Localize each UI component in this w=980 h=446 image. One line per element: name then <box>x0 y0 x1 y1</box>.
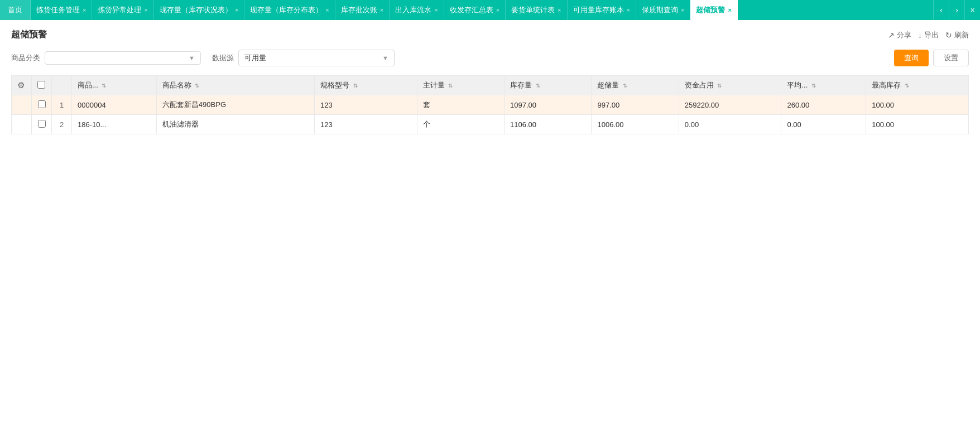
nav-overstock-warning-label: 超储预警 <box>696 5 725 15</box>
close-recv-send-icon[interactable]: × <box>496 7 499 13</box>
row-stock-qty-1: 1106.00 <box>505 115 592 134</box>
table-header: ⚙ 商品... ⇅ 商品名称 ⇅ 规格型号 ⇅ <box>12 76 969 95</box>
share-label: 分享 <box>897 30 911 40</box>
datasource-select[interactable]: 可用量 ▼ <box>238 50 395 66</box>
row-capital-used-0: 259220.00 <box>679 95 781 115</box>
settings-button[interactable]: 设置 <box>933 50 969 66</box>
table-header-row: ⚙ 商品... ⇅ 商品名称 ⇅ 规格型号 ⇅ <box>12 76 969 95</box>
close-pick-task-icon[interactable]: × <box>83 7 86 13</box>
close-expiry-query-icon[interactable]: × <box>681 7 684 13</box>
nav-item-order-stats[interactable]: 要货单统计表 × <box>506 0 567 20</box>
sort-product-name-icon: ⇅ <box>195 83 199 89</box>
export-button[interactable]: ↓ 导出 <box>918 30 939 40</box>
close-overstock-warning-icon[interactable]: × <box>728 7 731 13</box>
col-capital-used-header[interactable]: 资金占用 ⇅ <box>679 76 781 95</box>
nav-order-stats-label: 要货单统计表 <box>511 5 555 15</box>
col-product-code-header[interactable]: 商品... ⇅ <box>72 76 157 95</box>
col-spec-label: 规格型号 <box>320 81 349 89</box>
category-select[interactable]: ▼ <box>45 51 201 65</box>
row-overstock-qty-1: 1006.00 <box>592 115 679 134</box>
col-overstock-qty-label: 超储量 <box>597 81 619 89</box>
page-header: 超储预警 ↗ 分享 ↓ 导出 ↻ 刷新 <box>11 29 969 41</box>
close-stock-status-icon[interactable]: × <box>235 7 238 13</box>
close-pick-exception-icon[interactable]: × <box>144 7 147 13</box>
nav-item-home[interactable]: 首页 <box>0 0 31 20</box>
col-rownum-header <box>52 76 72 95</box>
nav-item-expiry-query[interactable]: 保质期查询 × <box>636 0 690 20</box>
col-capital-used-label: 资金占用 <box>685 81 714 89</box>
col-unit-header[interactable]: 主计量 ⇅ <box>417 76 504 95</box>
nav-item-stock-dist[interactable]: 现存量（库存分布表） × <box>244 0 335 20</box>
row-settings-0 <box>12 95 32 115</box>
nav-item-stock-status[interactable]: 现存量（库存状况表） × <box>154 0 244 20</box>
row-product-name-0: 六配套新昌490BPG <box>156 95 314 115</box>
refresh-button[interactable]: ↻ 刷新 <box>945 30 969 40</box>
close-available-stock-icon[interactable]: × <box>627 7 630 13</box>
col-max-stock-header[interactable]: 最高库存 ⇅ <box>866 76 969 95</box>
row-checkbox-input-1[interactable] <box>38 120 46 128</box>
nav-stock-status-label: 现存量（库存状况表） <box>160 5 232 15</box>
row-stock-qty-0: 1097.00 <box>505 95 592 115</box>
sort-product-code-icon: ⇅ <box>102 83 106 89</box>
nav-pick-exception-label: 拣货异常处理 <box>98 5 141 15</box>
col-overstock-qty-header[interactable]: 超储量 ⇅ <box>592 76 679 95</box>
col-avg-header[interactable]: 平均... ⇅ <box>781 76 866 95</box>
close-batch-account-icon[interactable]: × <box>380 7 383 13</box>
row-product-code-1: 186-10... <box>72 115 157 134</box>
nav-arrow-close[interactable]: × <box>964 0 980 20</box>
nav-batch-account-label: 库存批次账 <box>341 5 377 15</box>
nav-item-recv-send-summary[interactable]: 收发存汇总表 × <box>444 0 506 20</box>
sort-capital-used-icon: ⇅ <box>717 83 722 89</box>
datasource-filter-item: 数据源 可用量 ▼ <box>212 50 395 66</box>
col-settings: ⚙ <box>12 76 32 95</box>
refresh-label: 刷新 <box>954 30 969 40</box>
close-in-out-flow-icon[interactable]: × <box>434 7 438 13</box>
close-order-stats-icon[interactable]: × <box>558 7 561 13</box>
share-button[interactable]: ↗ 分享 <box>888 30 911 40</box>
nav-item-available-stock[interactable]: 可用量库存账本 × <box>568 0 636 20</box>
category-filter-item: 商品分类 ▼ <box>11 51 201 65</box>
nav-item-batch-account[interactable]: 库存批次账 × <box>335 0 390 20</box>
nav-stock-dist-label: 现存量（库存分布表） <box>250 5 323 15</box>
sort-avg-icon: ⇅ <box>811 83 816 89</box>
row-checkbox-1[interactable] <box>32 115 52 134</box>
sort-overstock-qty-icon: ⇅ <box>623 83 627 89</box>
col-product-code-label: 商品... <box>78 81 98 89</box>
nav-item-pick-task[interactable]: 拣货任务管理 × <box>31 0 92 20</box>
nav-item-in-out-flow[interactable]: 出入库流水 × <box>390 0 444 20</box>
table-row: 2 186-10... 机油滤清器 123 个 1106.00 1006.00 … <box>12 115 969 134</box>
page-content: 超储预警 ↗ 分享 ↓ 导出 ↻ 刷新 商品分类 ▼ 数据源 <box>0 20 980 446</box>
table-settings-gear-icon[interactable]: ⚙ <box>17 80 25 90</box>
row-checkbox-input-0[interactable] <box>38 100 46 108</box>
row-settings-1 <box>12 115 32 134</box>
row-num-0: 1 <box>52 95 72 115</box>
col-unit-label: 主计量 <box>423 81 445 89</box>
row-product-code-0: 0000004 <box>72 95 157 115</box>
datasource-chevron-down-icon: ▼ <box>382 55 388 61</box>
top-nav: 首页 拣货任务管理 × 拣货异常处理 × 现存量（库存状况表） × 现存量（库存… <box>0 0 980 20</box>
export-label: 导出 <box>924 30 939 40</box>
row-checkbox-0[interactable] <box>32 95 52 115</box>
sort-max-stock-icon: ⇅ <box>905 83 909 89</box>
row-max-stock-1: 100.00 <box>866 115 969 134</box>
row-avg-1: 0.00 <box>781 115 866 134</box>
nav-item-pick-exception[interactable]: 拣货异常处理 × <box>92 0 153 20</box>
nav-arrow-right[interactable]: › <box>949 0 964 20</box>
row-num-1: 2 <box>52 115 72 134</box>
table-body: 1 0000004 六配套新昌490BPG 123 套 1097.00 997.… <box>12 95 969 134</box>
filter-buttons: 查询 设置 <box>894 50 969 66</box>
sort-unit-icon: ⇅ <box>448 83 453 89</box>
col-stock-qty-header[interactable]: 库存量 ⇅ <box>505 76 592 95</box>
nav-arrow-left[interactable]: ‹ <box>933 0 949 20</box>
page-title: 超储预警 <box>11 29 47 41</box>
share-icon: ↗ <box>888 31 895 40</box>
nav-item-overstock-warning[interactable]: 超储预警 × <box>690 0 737 20</box>
sort-stock-qty-icon: ⇅ <box>536 83 540 89</box>
close-stock-dist-icon[interactable]: × <box>325 7 329 13</box>
nav-in-out-flow-label: 出入库流水 <box>395 5 431 15</box>
col-spec-header[interactable]: 规格型号 ⇅ <box>315 76 417 95</box>
col-product-name-header[interactable]: 商品名称 ⇅ <box>156 76 314 95</box>
select-all-checkbox[interactable] <box>37 81 45 89</box>
category-filter-label: 商品分类 <box>11 53 40 63</box>
query-button[interactable]: 查询 <box>894 50 929 66</box>
